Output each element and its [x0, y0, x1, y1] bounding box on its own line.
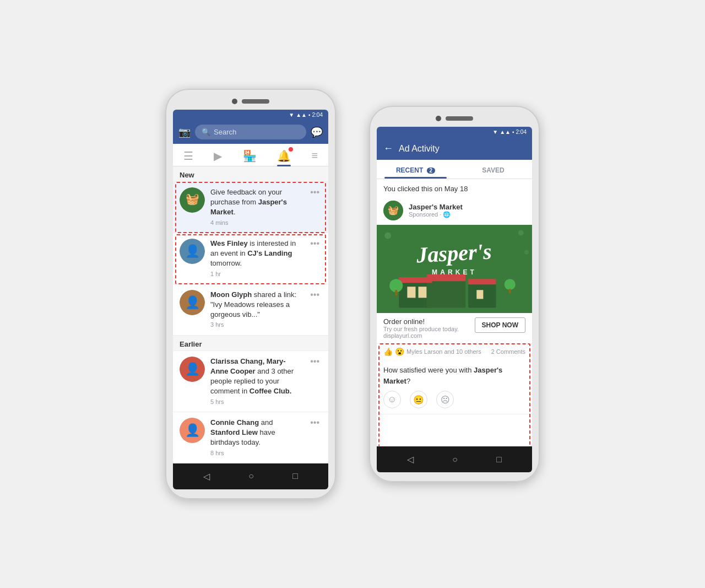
- search-placeholder: Search: [214, 128, 236, 136]
- feed-more-wes[interactable]: •••: [308, 239, 322, 278]
- satisfaction-emojis: ☺ 😐 ☹: [383, 391, 525, 408]
- right-signal-icon: ▲▲: [500, 129, 511, 135]
- feed-time-connie: 8 hrs: [210, 449, 302, 457]
- search-bar[interactable]: 🔍 Search: [195, 125, 306, 139]
- svg-text:👤: 👤: [185, 295, 200, 310]
- sad-emoji-btn[interactable]: ☹: [436, 391, 454, 408]
- tab-notifications[interactable]: 🔔: [277, 149, 291, 163]
- feed-more-connie[interactable]: •••: [308, 418, 322, 457]
- right-back-nav-icon[interactable]: ◁: [407, 454, 414, 465]
- svg-text:🧺: 🧺: [186, 192, 199, 206]
- search-icon: 🔍: [202, 128, 210, 136]
- signal-icon: ▲▲: [296, 112, 307, 118]
- tab-news-feed[interactable]: ☰: [183, 149, 193, 163]
- tab-menu[interactable]: ≡: [312, 149, 318, 163]
- coffee-club-name: Coffee Club.: [250, 387, 292, 395]
- left-phone: ▼ ▲▲ ▪ 2:04 📷 🔍 Search 💬 ☰: [165, 89, 336, 499]
- shop-now-button[interactable]: SHOP NOW: [475, 317, 525, 333]
- feed-content-jaspers: Give feedback on your purchase from Jasp…: [210, 187, 302, 227]
- stanford-name: Stanford Liew: [210, 428, 258, 436]
- ad-tabs: RECENT 2 SAVED: [377, 160, 532, 179]
- camera-icon[interactable]: 📷: [178, 126, 191, 138]
- status-icons: ▼ ▲▲ ▪ 2:04: [289, 112, 323, 118]
- video-icon: ▶: [214, 150, 222, 162]
- right-battery-icon: ▪: [512, 129, 514, 135]
- back-nav-icon[interactable]: ◁: [203, 471, 210, 482]
- feed-content-wes: Wes Finley is interested in an event in …: [210, 239, 302, 278]
- right-recent-nav-icon[interactable]: □: [496, 455, 502, 465]
- ad-card-header: 🧺 Jasper's Market Sponsored · 🌐: [377, 196, 532, 225]
- tab-saved[interactable]: SAVED: [454, 160, 532, 179]
- ad-action-row: Order online! Try our fresh produce toda…: [377, 313, 532, 343]
- saved-tab-label: SAVED: [482, 166, 504, 174]
- ad-action-title: Order online!: [383, 317, 459, 326]
- feed-more-jaspers[interactable]: •••: [308, 187, 322, 227]
- moon-name: Moon Glyph: [210, 290, 252, 299]
- right-phone: ▼ ▲▲ ▪ 2:04 ← Ad Activity RECENT 2 SAVED: [369, 106, 540, 482]
- feed-more-clarissa[interactable]: •••: [308, 357, 322, 406]
- svg-rect-18: [419, 287, 427, 298]
- reactors-text: Myles Larson and 10 others: [406, 348, 481, 355]
- svg-point-13: [384, 233, 391, 239]
- feed-time-wes: 1 hr: [210, 270, 302, 278]
- svg-text:👤: 👤: [185, 244, 200, 258]
- feed-item-moon[interactable]: 👤 Moon Glyph shared a link: "Ivy Meadows…: [173, 284, 328, 336]
- neutral-emoji-btn[interactable]: 😐: [410, 391, 427, 408]
- ad-action-url: displayurl.com: [383, 332, 459, 339]
- reactions-left: 👍 😮 Myles Larson and 10 others: [383, 347, 481, 356]
- feed-item-clarissa[interactable]: 👤 Clarissa Chang, Mary-Anne Cooper and 3…: [173, 351, 328, 412]
- feed-item-connie[interactable]: 👤 Connie Chang and Stanford Liew have bi…: [173, 412, 328, 463]
- ad-brand-avatar: 🧺: [383, 201, 403, 220]
- svg-rect-28: [509, 289, 511, 293]
- speaker-bar: [242, 99, 269, 104]
- back-button[interactable]: ←: [383, 143, 393, 154]
- right-status-icons: ▼ ▲▲ ▪ 2:04: [492, 129, 527, 135]
- feed-text-jaspers: Give feedback on your purchase from Jasp…: [210, 187, 302, 218]
- messenger-icon[interactable]: 💬: [311, 126, 323, 138]
- tab-marketplace[interactable]: 🏪: [243, 149, 257, 163]
- happy-emoji-btn[interactable]: ☺: [383, 391, 401, 408]
- right-bottom-nav: ◁ ○ □: [377, 446, 532, 472]
- satisfaction-brand: Jasper's Market: [383, 366, 502, 385]
- tab-video[interactable]: ▶: [214, 149, 222, 163]
- feed-item-jaspers[interactable]: 🧺 Give feedback on your purchase from Ja…: [173, 182, 328, 233]
- feed-content-connie: Connie Chang and Stanford Liew have birt…: [210, 418, 302, 457]
- feed-item-wes[interactable]: 👤 Wes Finley is interested in an event i…: [173, 233, 328, 284]
- right-home-nav-icon[interactable]: ○: [452, 455, 458, 465]
- svg-text:Jasper's: Jasper's: [415, 239, 492, 267]
- svg-rect-24: [468, 279, 496, 284]
- ad-brand-name: Jasper's Market: [409, 203, 525, 211]
- svg-text:🧺: 🧺: [388, 205, 399, 215]
- svg-rect-19: [427, 280, 465, 308]
- left-status-bar: ▼ ▲▲ ▪ 2:04: [173, 110, 328, 120]
- like-reaction-icon: 👍: [383, 347, 393, 356]
- home-nav-icon[interactable]: ○: [248, 471, 254, 481]
- ad-action-info: Order online! Try our fresh produce toda…: [383, 317, 459, 339]
- recent-tab-label: RECENT: [396, 166, 423, 174]
- clicked-label: You clicked this on May 18: [377, 179, 532, 196]
- ad-brand-info: Jasper's Market Sponsored · 🌐: [409, 203, 525, 218]
- avatar-clarissa: 👤: [180, 357, 205, 382]
- svg-point-15: [524, 250, 529, 255]
- marketplace-icon: 🏪: [243, 150, 257, 162]
- new-section-wrapper: 🧺 Give feedback on your purchase from Ja…: [173, 182, 328, 284]
- fb-nav-bar: 📷 🔍 Search 💬: [173, 120, 328, 144]
- cjs-name: CJ's Landing: [247, 249, 292, 257]
- feed-content-clarissa: Clarissa Chang, Mary-Anne Cooper and 3 o…: [210, 357, 302, 406]
- right-camera-dot: [436, 116, 441, 121]
- right-wifi-icon: ▼: [492, 129, 498, 135]
- camera-dot: [232, 99, 237, 104]
- reactions-wrapper: 👍 😮 Myles Larson and 10 others 2 Comment…: [377, 343, 532, 414]
- avatar-connie: 👤: [180, 418, 205, 443]
- feed-time-moon: 3 hrs: [210, 321, 302, 329]
- svg-point-14: [518, 230, 524, 236]
- wow-reaction-icon: 😮: [395, 347, 404, 356]
- tab-recent[interactable]: RECENT 2: [377, 160, 454, 179]
- recent-nav-icon[interactable]: □: [292, 471, 298, 481]
- svg-rect-26: [395, 290, 397, 295]
- feed-more-moon[interactable]: •••: [308, 290, 322, 330]
- recent-badge: 2: [427, 168, 436, 174]
- feed-text-connie: Connie Chang and Stanford Liew have birt…: [210, 418, 302, 448]
- ad-activity-title: Ad Activity: [399, 144, 440, 154]
- left-phone-top: [173, 99, 328, 104]
